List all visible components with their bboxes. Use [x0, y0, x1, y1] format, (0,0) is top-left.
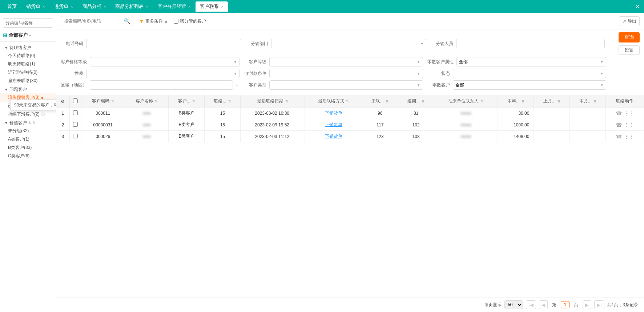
more-dots-person[interactable]: ···	[605, 41, 611, 46]
action-more-icon-3[interactable]: ⋮⋮	[624, 134, 634, 139]
adv-select-status[interactable]: ▼	[453, 69, 606, 78]
col-last-date-header[interactable]: 最后联络日期 ⇅	[241, 95, 305, 108]
tab-home[interactable]: 首页	[3, 1, 21, 12]
tab-sales-order-close[interactable]: ×	[43, 4, 45, 9]
row-checkbox-2[interactable]	[73, 122, 78, 127]
row-this-month	[570, 131, 606, 142]
row-checkbox-cell[interactable]	[69, 108, 81, 119]
last-page-btn[interactable]: ▶|	[594, 300, 604, 309]
tab-purchase-order[interactable]: 进货单 ×	[50, 1, 77, 12]
col-last-method-header[interactable]: 最后联络方式 ⇅	[305, 95, 362, 108]
col-last-month-header[interactable]: 上月... ⇅	[534, 95, 570, 108]
sidebar-section-problem[interactable]: ▼ 问题客户	[0, 85, 56, 93]
sidebar-search-input[interactable]	[5, 20, 56, 25]
row-overdue: 81	[398, 108, 434, 119]
action-phone-icon[interactable]: ☎	[616, 110, 622, 116]
sidebar-section-value[interactable]: ▼ 价值客户 ↻ ✎	[0, 118, 56, 127]
row-checkbox-cell[interactable]	[69, 119, 81, 131]
col-this-year-header[interactable]: 本年... ⇅	[498, 95, 534, 108]
my-customers-checkbox[interactable]	[174, 19, 178, 24]
sidebar-collapse-icon[interactable]: «	[29, 33, 31, 37]
col-contact-header[interactable]: 联络... ⇅	[205, 95, 241, 108]
adv-filter-row-4: 区域（地区） ··· 客户类型 ▼ 零散客户 全部	[61, 80, 640, 90]
prev-page-btn[interactable]: ◀	[539, 300, 548, 309]
adv-select-nature[interactable]: ▼	[86, 69, 240, 78]
adv-select-region[interactable]	[90, 80, 233, 90]
col-name-header[interactable]: 客户名称 ⇅	[125, 95, 168, 108]
tab-product-analysis-list[interactable]: 商品分析列表 ×	[111, 1, 152, 12]
adv-select-customer-type[interactable]: ▼	[269, 80, 423, 90]
col-code-header[interactable]: 客户编码 ⇅	[81, 95, 125, 108]
adv-select-retail-customer[interactable]: 全部 ▼	[453, 80, 606, 90]
row-this-year: 1000.00	[498, 119, 534, 131]
row-checkbox-cell[interactable]	[69, 131, 81, 142]
adv-select-retail-attr[interactable]: 全部 ▼	[456, 57, 606, 66]
adv-select-payment[interactable]: ▼	[269, 69, 423, 78]
filter-search-icon[interactable]: 🔍	[124, 18, 130, 24]
tab-product-analysis-close[interactable]: ×	[104, 4, 106, 9]
per-page-select[interactable]: 50 100 200	[504, 300, 523, 309]
refresh-icon[interactable]: ↻	[28, 121, 32, 125]
sidebar-root-label[interactable]: ⊞ 全部客户 «	[0, 31, 56, 40]
sidebar-item-overdue-contact[interactable]: 逾期未联络(30)	[0, 77, 56, 85]
tab-customer-tier-close[interactable]: ×	[188, 4, 190, 9]
settings-button[interactable]: 设置	[619, 45, 640, 55]
more-conditions-btn[interactable]: ▼ 更多条件 ▲	[136, 17, 171, 26]
row-last-method[interactable]: 下销货单	[305, 131, 362, 142]
select-all-checkbox[interactable]	[73, 98, 78, 103]
export-btn[interactable]: ↗ 导出	[619, 16, 640, 26]
sidebar-item-declining[interactable]: 持续下滑客户(2) ⓘ	[0, 110, 56, 118]
col-unlinked-header[interactable]: 未联... ⇅	[362, 95, 398, 108]
app-close-button[interactable]: ✕	[633, 2, 641, 12]
query-button[interactable]: 查询	[619, 32, 640, 42]
first-page-btn[interactable]: |◀	[526, 300, 536, 309]
filter-search-box[interactable]: 🔍	[61, 16, 133, 26]
next-page-btn[interactable]: ▶	[583, 300, 591, 309]
adv-select-dept[interactable]: ▼	[271, 39, 426, 48]
tab-purchase-order-close[interactable]: ×	[71, 4, 73, 9]
col-checkbox-header[interactable]	[69, 95, 81, 108]
col-type-header[interactable]: 客户... ⇅	[169, 95, 205, 108]
row-last-method[interactable]: 下销货单	[305, 108, 362, 119]
col-settings[interactable]: ⚙	[56, 95, 69, 108]
edit-icon[interactable]: ✎	[32, 121, 36, 125]
tab-customer-contact[interactable]: 客户联系 ×	[196, 1, 228, 12]
filter-search-input[interactable]	[64, 19, 124, 24]
action-phone-icon-2[interactable]: ☎	[616, 122, 622, 128]
sidebar-item-week[interactable]: 近7天待联络(0)	[0, 68, 56, 77]
sort-icon-last-month: ⇅	[558, 99, 560, 103]
adv-select-price-level[interactable]: ▼	[90, 57, 240, 66]
col-unit-contact-header[interactable]: 往来单位联系人 ⇅	[434, 95, 498, 108]
row-index: 2	[56, 119, 69, 131]
adv-select-person[interactable]	[456, 39, 605, 48]
row-checkbox-3[interactable]	[73, 134, 78, 138]
my-customers-checkbox-label[interactable]: 我分管的客户	[174, 18, 206, 24]
sidebar-item-a-class[interactable]: A类客户(1)	[0, 135, 56, 143]
sort-icon-this-month: ⇅	[593, 99, 596, 103]
sort-icon-last-date: ⇅	[285, 99, 288, 103]
col-overdue-header[interactable]: 逾期... ⇅	[398, 95, 434, 108]
tab-customer-contact-close[interactable]: ×	[221, 4, 223, 9]
sidebar-item-c-class[interactable]: C类客户(6)	[0, 152, 56, 160]
tab-product-analysis[interactable]: 商品分析 ×	[78, 1, 110, 12]
info-icon-2: ⓘ	[41, 112, 45, 117]
row-checkbox[interactable]	[73, 110, 78, 115]
sidebar-item-today[interactable]: 今天待联络(0)	[0, 52, 56, 60]
sidebar-section-pending[interactable]: ▼ 待联络客户	[0, 43, 56, 52]
sidebar-item-tomorrow[interactable]: 明天待联络(1)	[0, 60, 56, 68]
more-dots-region[interactable]: ···	[233, 82, 240, 88]
tab-product-analysis-list-close[interactable]: ×	[146, 4, 148, 9]
tab-sales-order[interactable]: 销货单 ×	[22, 1, 49, 12]
sidebar-search-box[interactable]: 🔍	[3, 18, 53, 28]
sidebar-item-b-class[interactable]: B类客户(33)	[0, 143, 56, 152]
adv-input-phone[interactable]	[86, 39, 241, 48]
action-more-icon-2[interactable]: ⋮⋮	[624, 122, 634, 128]
col-this-month-header[interactable]: 本月... ⇅	[570, 95, 606, 108]
action-phone-icon-3[interactable]: ☎	[616, 134, 622, 139]
adv-field-customer-level: 客户等级 ▼	[244, 57, 423, 66]
row-last-method[interactable]: 下销货单	[305, 119, 362, 131]
adv-select-customer-level[interactable]: ▼	[269, 57, 423, 66]
action-more-icon[interactable]: ⋮⋮	[624, 110, 634, 116]
sidebar-item-ungroup[interactable]: 未分组(32)	[0, 127, 56, 135]
tab-customer-tier[interactable]: 客户分层经营 ×	[153, 1, 195, 12]
